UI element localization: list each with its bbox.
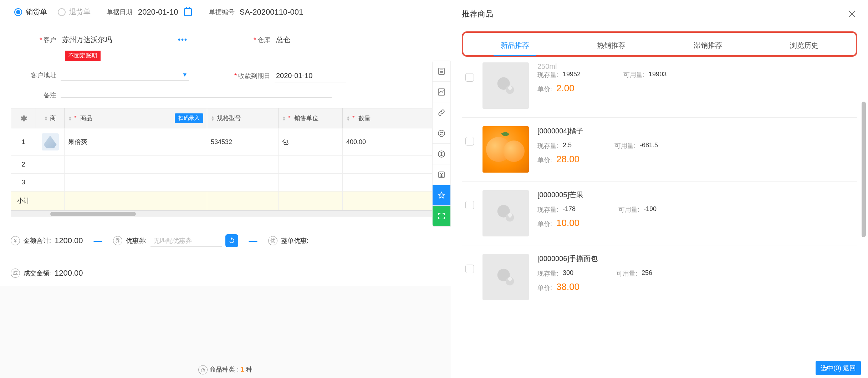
- row-index: 1: [11, 128, 36, 155]
- row-spec[interactable]: [207, 156, 279, 173]
- toolbar-link-icon[interactable]: [433, 102, 450, 123]
- calendar-icon[interactable]: [184, 8, 192, 16]
- row-qty[interactable]: [343, 174, 386, 191]
- warehouse-label: 仓库: [257, 36, 270, 44]
- item-name-partial: 250ml: [537, 62, 854, 71]
- select-return-button[interactable]: 选中(0) 返回: [816, 361, 861, 375]
- side-toolbar: [432, 61, 451, 227]
- horizontal-scrollbar[interactable]: [11, 210, 440, 217]
- coupon-input[interactable]: 无匹配优惠券: [150, 235, 222, 247]
- kind-count: 1: [241, 366, 244, 373]
- item-name: [0000005]芒果: [537, 190, 854, 200]
- stock-value: 19952: [563, 71, 581, 79]
- avail-label: 可用量:: [623, 71, 644, 79]
- item-checkbox[interactable]: [465, 137, 474, 145]
- product-image-placeholder: [482, 190, 529, 236]
- list-item[interactable]: [0000004]橘子 现存量:2.5 可用量:-681.5 单价:28.00: [462, 118, 857, 182]
- deal-value: 1200.00: [55, 269, 83, 278]
- price-label: 单价:: [537, 85, 552, 93]
- warehouse-value: 总仓: [276, 35, 334, 45]
- list-item[interactable]: [0000005]芒果 现存量:-178 可用量:-190 单价:10.00: [462, 182, 857, 245]
- item-checkbox[interactable]: [465, 73, 474, 82]
- product-image-placeholder: [482, 62, 529, 109]
- gear-icon: [20, 114, 27, 122]
- toolbar-receipt-icon[interactable]: [433, 144, 450, 164]
- col-settings[interactable]: [11, 108, 36, 128]
- row-spec[interactable]: [207, 174, 279, 191]
- close-icon[interactable]: [847, 9, 857, 19]
- item-checkbox[interactable]: [465, 265, 474, 273]
- toolbar-star-icon[interactable]: [433, 185, 450, 206]
- date-value[interactable]: 2020-01-10: [138, 7, 178, 17]
- discount-icon: 优: [268, 236, 277, 245]
- sort-icon: ▲▼: [68, 116, 72, 121]
- row-qty[interactable]: 400.00: [343, 128, 386, 155]
- remark-input[interactable]: [61, 93, 332, 98]
- tab-slow-recommend[interactable]: 滞销推荐: [686, 36, 729, 55]
- due-date-input[interactable]: 2020-01-10: [275, 70, 346, 82]
- stock-value: 300: [563, 269, 573, 278]
- row-unit[interactable]: [279, 156, 343, 173]
- toolbar-expand-icon[interactable]: [433, 206, 450, 226]
- row-thumb: [36, 156, 65, 173]
- address-input[interactable]: ▼: [61, 70, 189, 81]
- row-qty[interactable]: [343, 156, 386, 173]
- table-row[interactable]: 2: [11, 156, 440, 174]
- toolbar-chart-icon[interactable]: [433, 82, 450, 102]
- customer-label: 客户: [44, 36, 56, 44]
- col-image-label: 商: [50, 114, 56, 122]
- toolbar-currency-icon[interactable]: [433, 164, 450, 185]
- row-index: 2: [11, 156, 36, 173]
- radio-sales-label: 销货单: [26, 7, 47, 17]
- avail-value: 19903: [649, 71, 667, 79]
- price-label: 单价:: [537, 220, 552, 228]
- table-row[interactable]: 3: [11, 174, 440, 191]
- scrollbar-thumb[interactable]: [50, 212, 136, 216]
- col-image[interactable]: ▲▼ 商: [36, 108, 65, 128]
- row-product[interactable]: 果倍爽: [65, 128, 207, 155]
- row-product[interactable]: [65, 174, 207, 191]
- stock-label: 现存量:: [537, 205, 558, 214]
- tab-new-recommend[interactable]: 新品推荐: [494, 36, 536, 55]
- product-image-orange: [482, 126, 529, 173]
- col-unit-label: 销售单位: [294, 114, 318, 122]
- radio-sales-order[interactable]: 销货单: [14, 7, 47, 17]
- tab-hot-recommend[interactable]: 热销推荐: [590, 36, 633, 55]
- minus-icon: —: [94, 236, 102, 246]
- radio-return-order[interactable]: 退货单: [58, 7, 91, 17]
- col-spec[interactable]: ▲▼ 规格型号: [207, 108, 279, 128]
- item-name: [0000006]手撕面包: [537, 254, 854, 264]
- whole-discount-input[interactable]: [312, 239, 355, 243]
- docno-label: 单据编号: [209, 8, 235, 16]
- address-label: 客户地址: [31, 72, 56, 79]
- price-value: 10.00: [556, 218, 579, 229]
- warehouse-input[interactable]: 总仓: [275, 33, 335, 47]
- scan-input-button[interactable]: 扫码录入: [175, 113, 203, 123]
- product-thumb-icon: [42, 133, 59, 150]
- table-row[interactable]: 1 果倍爽 534532 包 400.00: [11, 128, 440, 156]
- sort-icon: ▲▼: [44, 116, 48, 121]
- deal-label: 成交金额:: [24, 269, 51, 277]
- avail-value: -681.5: [640, 142, 658, 150]
- lookup-icon[interactable]: •••: [178, 36, 188, 44]
- item-checkbox[interactable]: [465, 201, 474, 209]
- row-unit[interactable]: [279, 174, 343, 191]
- list-item[interactable]: 250ml 现存量:19952 可用量:19903 单价:2.00: [462, 62, 857, 118]
- sort-icon: ▲▼: [282, 116, 286, 121]
- tab-browse-history[interactable]: 浏览历史: [783, 36, 826, 55]
- due-date-value: 2020-01-10: [276, 72, 344, 80]
- toolbar-list-icon[interactable]: [433, 61, 450, 82]
- toolbar-swap-icon[interactable]: [433, 123, 450, 144]
- list-item[interactable]: [0000006]手撕面包 现存量:300 可用量:256 单价:38.00: [462, 245, 857, 309]
- col-unit[interactable]: ▲▼ *销售单位: [279, 108, 343, 128]
- col-qty[interactable]: ▲▼ *数量: [343, 108, 386, 128]
- stock-value: -178: [563, 205, 576, 214]
- vertical-scrollbar[interactable]: [862, 102, 866, 237]
- customer-input[interactable]: 苏州万达沃尔玛 •••: [61, 33, 189, 47]
- row-product[interactable]: [65, 156, 207, 173]
- row-unit[interactable]: 包: [279, 128, 343, 155]
- refresh-button[interactable]: [225, 234, 238, 247]
- chevron-down-icon[interactable]: ▼: [182, 72, 188, 78]
- col-product[interactable]: ▲▼ *商品 扫码录入: [65, 108, 207, 128]
- row-spec[interactable]: 534532: [207, 128, 279, 155]
